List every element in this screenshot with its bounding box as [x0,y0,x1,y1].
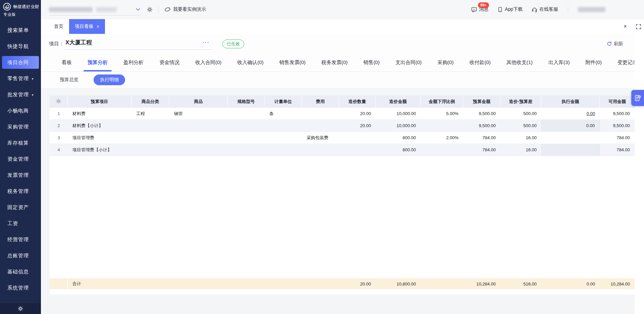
sidebar-item-2[interactable]: 项目合同 [2,56,39,69]
sidebar-item-10[interactable]: 税务管理 [0,183,41,199]
cell-r1-c5: 条 [265,108,302,120]
open-tab-1[interactable]: 项目看板× [69,19,105,34]
sidebar-item-8[interactable]: 资金管理 [0,151,41,167]
cell-r2-c6 [302,120,339,132]
document-badge-icon [634,95,641,102]
topbar-divider [158,6,159,13]
open-tab-0[interactable]: 首页 [48,19,69,34]
settings-gear-button[interactable] [147,7,153,12]
cell-r1-c3: 钢管 [169,108,228,120]
report-float-button[interactable] [631,90,644,106]
messages-badge: 99+ [478,2,489,8]
cell-r2-c5 [265,120,302,132]
sidebar-item-16[interactable]: 系统管理 [0,280,41,296]
sidebar-item-6[interactable]: 采购管理 [0,119,41,135]
detail-tab-13[interactable]: 出入库(3) [548,54,570,71]
cell-r4-c12 [541,144,600,156]
detail-tab-5[interactable]: 收入确认(0) [237,54,263,71]
project-name: X大厦工程 [65,39,92,46]
redacted-company-suffix [96,7,117,12]
cell-r2-c3 [169,120,228,132]
online-service-button[interactable]: 在线客服 [532,6,558,12]
cell-r3-c0: 3 [50,132,68,144]
sidebar-item-1[interactable]: 快捷导航 [0,38,41,54]
horizontal-scroll-area[interactable] [50,289,635,295]
open-tab-label: 项目看板 [75,23,94,30]
sidebar-item-15[interactable]: 基础信息 [0,264,41,280]
sidebar-item-9[interactable]: 发票管理 [0,167,41,183]
sub-tab-0[interactable]: 预算总览 [60,77,78,83]
detail-tab-12[interactable]: 其他收支(1) [506,54,533,71]
main-area: 我要看实例演示 99+ 消息 [41,0,644,314]
executed-amount-link[interactable]: 0.00 [587,111,595,116]
detail-tab-1[interactable]: 预算分析 [88,54,108,71]
redacted-username[interactable] [578,7,605,12]
sidebar-item-0[interactable]: 搜索菜单 [0,22,41,38]
cell-r4-c0: 4 [50,144,68,156]
close-tab-icon[interactable]: × [97,24,99,29]
cell-r3-c6: 采购包装费 [302,132,339,144]
fullscreen-icon[interactable] [635,23,642,30]
subtabs: 预算总览执行明细 [41,72,644,88]
budget-total-row: 合计20.0010,800.0010,284.00516.000.0010,28… [50,278,635,289]
cell-r3-c3 [169,132,228,144]
vertical-scroll-gutter[interactable] [635,34,644,314]
column-settings-button[interactable] [50,96,68,108]
refresh-button[interactable]: 刷新 [607,41,623,47]
tabstrip-tabs: 首页项目看板× [48,19,105,34]
detail-tab-11[interactable]: 收付款(0) [469,54,490,71]
cell-r1-c12: 0.00 [541,108,600,120]
budget-table-panel: 预算项目商品分类商品规格型号计量单位费用造价数量造价金额金额下浮比例预算金额造价… [50,96,635,295]
sidebar-settings-button[interactable] [0,303,41,314]
tabstrip-controls: × [622,19,644,34]
sidebar-item-4[interactable]: 批发管理▼ [0,87,41,103]
detail-tab-2[interactable]: 盈利分析 [123,54,144,71]
chevron-down-icon[interactable] [136,8,140,11]
sidebar-item-5[interactable]: 小畅电商 [0,103,41,119]
messages-button[interactable]: 99+ 消息 [471,6,488,12]
column-header-9: 金额下浮比例 [421,96,463,108]
table-zone: 预算项目商品分类商品规格型号计量单位费用造价数量造价金额金额下浮比例预算金额造价… [41,88,644,314]
cell-r1-c10: 9,500.00 [463,108,500,120]
sidebar-item-13[interactable]: 经营管理 [0,231,41,248]
detail-tab-3[interactable]: 资金情况 [159,54,179,71]
close-icon[interactable]: × [622,23,629,30]
cell-r3-c11: 16.00 [500,132,541,144]
sidebar-item-label: 搜索菜单 [7,27,29,34]
column-header-7: 造价数量 [339,96,376,108]
sub-tab-1[interactable]: 执行明细 [94,74,125,85]
sidebar-item-11[interactable]: 固定资产 [0,199,41,215]
cell-r2-c2 [131,120,169,132]
detail-tab-8[interactable]: 销售(0) [363,54,379,71]
tabstrip: 首页项目看板× × [41,19,644,34]
headset-icon [532,7,537,12]
sidebar-item-label: 发票管理 [7,172,29,178]
sidebar-item-label: 总账管理 [7,253,29,259]
detail-tab-6[interactable]: 销售发票(0) [279,54,306,71]
detail-tab-10[interactable]: 采购(0) [437,54,453,71]
sidebar-item-14[interactable]: 总账管理 [0,248,41,264]
cell-r4-c7 [339,144,376,156]
refresh-label: 刷新 [614,41,623,47]
total-cell-c10: 10,284.00 [463,278,500,289]
detail-tab-9[interactable]: 支出合同(0) [395,54,422,71]
column-header-6: 费用 [302,96,339,108]
company-selector[interactable] [49,7,140,15]
project-select-field[interactable]: X大厦工程 ··· [64,39,212,50]
detail-tab-14[interactable]: 附件(0) [585,54,601,71]
column-header-13: 可用金额 [600,96,635,108]
sidebar-item-7[interactable]: 库存核算 [0,135,41,151]
cell-r2-c10: 9,500.00 [463,120,500,132]
sidebar-item-12[interactable]: 工资 [0,215,41,231]
cell-r1-c7: 20.00 [339,108,376,120]
detail-tab-4[interactable]: 收入合同(0) [195,54,221,71]
sidebar-item-label: 采购管理 [7,124,29,130]
topbar: 我要看实例演示 99+ 消息 [41,0,644,19]
detail-tab-0[interactable]: 看板 [62,54,72,71]
more-ellipsis-button[interactable]: ··· [203,40,210,45]
column-header-3: 商品 [169,96,228,108]
detail-tab-7[interactable]: 税务发票(0) [321,54,347,71]
demo-link[interactable]: 我要看实例演示 [164,6,206,12]
sidebar-item-3[interactable]: 零售管理▼ [0,70,41,87]
app-download-button[interactable]: App下载 [497,6,523,12]
